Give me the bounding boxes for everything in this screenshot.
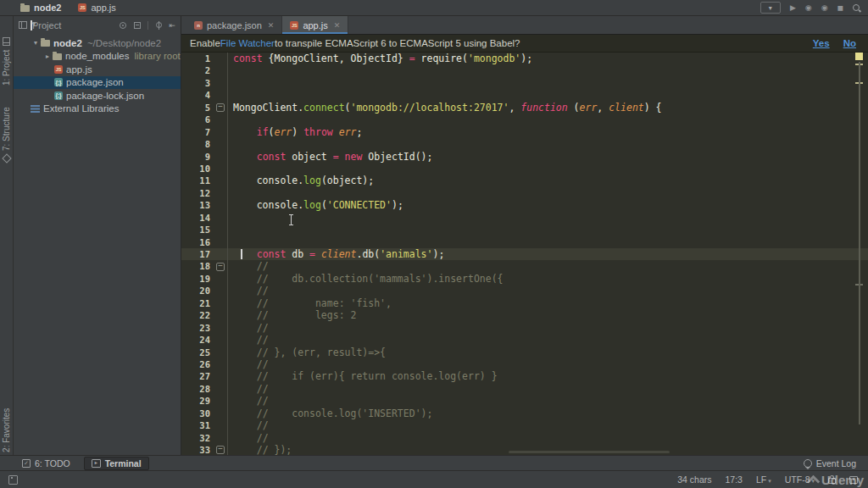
search-icon[interactable]	[853, 4, 860, 11]
locate-icon[interactable]	[119, 21, 127, 30]
fold-gutter	[214, 187, 227, 199]
tree-item-label: package.json	[66, 77, 124, 87]
encoding-selector[interactable]: UTF-8▾	[785, 474, 815, 485]
code-line-31[interactable]: 31 //	[181, 419, 868, 431]
line-number: 30	[181, 408, 214, 419]
toolwindow-stripe-7-structure[interactable]: 7: Structure	[2, 107, 11, 162]
breadcrumb-project[interactable]: node2	[20, 3, 61, 13]
caret-position[interactable]: 17:3	[726, 474, 743, 485]
fold-gutter	[214, 212, 227, 224]
close-icon[interactable]: ✕	[268, 21, 275, 30]
code-line-26[interactable]: 26 //	[181, 358, 868, 370]
chevron-down-icon[interactable]: ▼	[31, 20, 32, 30]
run-icon[interactable]: ▶	[790, 3, 796, 12]
code-line-21[interactable]: 21 // name: 'fish',	[181, 297, 868, 309]
fold-gutter	[214, 395, 227, 407]
file-status-indicator	[855, 53, 863, 60]
toolwindow-switcher-icon[interactable]	[8, 475, 18, 485]
breadcrumb-file[interactable]: JS app.js	[78, 3, 115, 13]
code-line-30[interactable]: 30 // console.log('INSERTED');	[181, 408, 868, 419]
hide-panel-icon[interactable]: ⇤	[169, 21, 175, 30]
code-line-24[interactable]: 24 //	[181, 334, 868, 346]
breadcrumb-file-label: app.js	[91, 3, 115, 13]
js-file-icon: JS	[78, 3, 86, 12]
fold-marker-icon[interactable]: –	[216, 263, 225, 271]
code-line-5[interactable]: 5–MongoClient.connect('mongodb://localho…	[181, 102, 868, 114]
code-line-text: MongoClient.connect('mongodb://localhost…	[227, 102, 868, 114]
code-line-text	[227, 64, 868, 76]
project-panel: Project ▼ ⇤ ▾node2~/Desktop/node2▸node_m…	[14, 16, 181, 456]
tab-app-js[interactable]: JSapp.js✕	[282, 16, 348, 34]
run-config-dropdown-icon[interactable]: ▾	[760, 2, 781, 14]
tree-item-package-json[interactable]: {;}package.json	[14, 76, 181, 90]
code-line-12[interactable]: 12	[181, 187, 868, 199]
code-line-14[interactable]: 14	[181, 212, 868, 224]
code-line-32[interactable]: 32 //	[181, 432, 868, 444]
todo-label: 6: TODO	[35, 458, 70, 469]
code-line-20[interactable]: 20 //	[181, 285, 868, 297]
banner-no-link[interactable]: No	[843, 38, 856, 48]
banner-yes-link[interactable]: Yes	[813, 38, 830, 48]
code-editor[interactable]: 1const {MongoClient, ObjectId} = require…	[181, 53, 868, 469]
code-line-text: // name: 'fish',	[227, 297, 868, 309]
tree-item-package-lock-json[interactable]: {;}package-lock.json	[14, 89, 181, 103]
tree-item-node-modules[interactable]: ▸node_moduleslibrary root	[14, 50, 181, 64]
code-line-15[interactable]: 15	[181, 224, 868, 236]
event-log-icon	[804, 459, 812, 468]
event-log-button[interactable]: Event Log	[804, 458, 856, 469]
code-line-22[interactable]: 22 // legs: 2	[181, 309, 868, 321]
readonly-lock-icon[interactable]	[828, 478, 836, 484]
file-watcher-link[interactable]: File Watcher	[220, 38, 275, 48]
coverage-icon[interactable]: ◉	[805, 3, 812, 12]
chevron-down-icon: ▾	[768, 478, 771, 484]
code-line-text	[227, 187, 868, 199]
terminal-toolwindow-button[interactable]: ▸ Terminal	[84, 457, 149, 470]
bottom-toolwindow-bar: ✓ 6: TODO ▸ Terminal Event Log	[0, 455, 868, 471]
code-line-16[interactable]: 16	[181, 236, 868, 248]
code-line-2[interactable]: 2	[181, 64, 868, 76]
fold-gutter	[214, 53, 227, 64]
code-line-10[interactable]: 10	[181, 163, 868, 175]
code-line-23[interactable]: 23 //	[181, 322, 868, 334]
tree-item-label: node_modules	[65, 51, 129, 61]
line-separator-selector[interactable]: LF▾	[756, 474, 771, 485]
fold-marker-icon[interactable]: –	[216, 103, 225, 112]
stop-icon[interactable]: ◼	[837, 3, 843, 12]
tab-package-json[interactable]: npackage.json✕	[186, 16, 282, 34]
close-icon[interactable]: ✕	[334, 21, 341, 30]
highlighting-level-icon[interactable]	[849, 476, 858, 484]
code-line-18[interactable]: 18– //	[181, 260, 868, 272]
tree-item-external-libraries[interactable]: External Libraries	[14, 103, 181, 116]
code-line-3[interactable]: 3	[181, 77, 868, 89]
code-line-text: //	[227, 395, 868, 407]
collapse-all-icon[interactable]	[133, 21, 142, 30]
chevron-right-icon[interactable]: ▸	[42, 53, 53, 60]
fold-gutter	[214, 248, 227, 260]
code-line-29[interactable]: 29 //	[181, 395, 868, 407]
todo-toolwindow-button[interactable]: ✓ 6: TODO	[22, 458, 70, 469]
fold-gutter	[214, 89, 227, 101]
code-line-28[interactable]: 28 //	[181, 383, 868, 395]
fold-marker-icon[interactable]: –	[216, 446, 225, 454]
code-line-19[interactable]: 19 // db.collection('mammals').insertOne…	[181, 273, 868, 285]
code-line-6[interactable]: 6	[181, 114, 868, 125]
code-line-27[interactable]: 27 // if (err){ return console.log(err) …	[181, 370, 868, 382]
settings-gear-icon[interactable]	[154, 21, 163, 30]
vertical-scrollbar[interactable]	[859, 62, 860, 424]
code-line-9[interactable]: 9 const object = new ObjectId();	[181, 151, 868, 163]
code-line-8[interactable]: 8	[181, 138, 868, 150]
code-line-4[interactable]: 4	[181, 89, 868, 101]
tree-item-app-js[interactable]: JSapp.js	[14, 63, 181, 76]
toolwindow-stripe-1-project[interactable]: 1: Project	[2, 37, 11, 86]
code-line-13[interactable]: 13 console.log('CONNECTED');	[181, 199, 868, 211]
chevron-down-icon[interactable]: ▾	[31, 39, 41, 47]
profiler-icon[interactable]: ◉	[821, 3, 828, 12]
tree-item-node2[interactable]: ▾node2~/Desktop/node2	[14, 36, 181, 50]
code-line-1[interactable]: 1const {MongoClient, ObjectId} = require…	[181, 53, 868, 64]
horizontal-scrollbar[interactable]	[509, 451, 670, 453]
code-line-25[interactable]: 25 // }, (err, result)=>{	[181, 347, 868, 358]
tree-item-label: app.js	[66, 64, 92, 75]
code-line-11[interactable]: 11 console.log(object);	[181, 175, 868, 186]
code-line-17[interactable]: 17 const db = client.db('animals');	[181, 248, 868, 260]
code-line-7[interactable]: 7 if(err) throw err;	[181, 126, 868, 138]
